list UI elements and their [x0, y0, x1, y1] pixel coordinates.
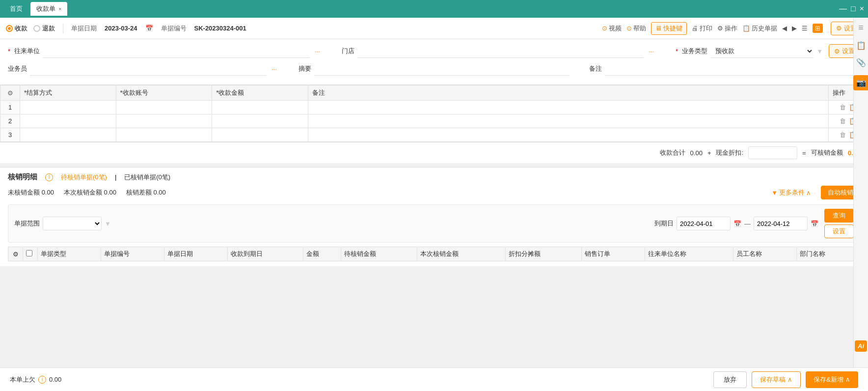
save-draft-button[interactable]: 保存草稿 ∧	[752, 371, 801, 388]
pending-tab[interactable]: 待核销单据(0笔)	[61, 173, 107, 182]
row-1-remark[interactable]	[308, 101, 828, 114]
tab-sep: |	[115, 173, 116, 181]
done-tab[interactable]: 已核销单据(0笔)	[124, 173, 170, 182]
footer-buttons: 放弃 保存草稿 ∧ 保存&新增 ∧	[713, 371, 858, 388]
close-window-icon[interactable]: ×	[860, 4, 864, 13]
toolbar: 收款 退款 单据日期 2023-03-24 📅 单据编号 SK-20230324…	[0, 18, 868, 39]
col-remark-header: 备注	[308, 85, 828, 101]
row-3-remark[interactable]	[308, 128, 828, 142]
right-panel-attach-icon[interactable]: 📎	[856, 58, 866, 67]
footer-info-icon[interactable]: i	[38, 376, 46, 384]
right-panel-list-icon[interactable]: ≡	[858, 23, 864, 33]
row-2-delete-icon[interactable]: 🗑	[840, 117, 846, 125]
business-type-select[interactable]: 预收款	[710, 44, 814, 58]
save-new-button[interactable]: 保存&新增 ∧	[806, 371, 858, 388]
salesperson-input[interactable]	[30, 62, 267, 76]
tab-home[interactable]: 首页	[4, 2, 28, 16]
form-row-2: 业务员 ··· 摘要 备注	[8, 62, 860, 76]
remark-label: 备注	[589, 64, 602, 73]
filter-settings-button[interactable]: 设置	[824, 224, 854, 238]
col-amount-header: *收款金额	[212, 85, 308, 101]
right-panel-doc-icon[interactable]: 📋	[856, 41, 866, 50]
date-calendar-to-icon[interactable]: 📅	[811, 220, 818, 227]
print-action[interactable]: 🖨 打印	[692, 24, 712, 33]
doc-date-calendar-icon[interactable]: 📅	[145, 25, 153, 32]
salesperson-label: 业务员	[8, 64, 27, 73]
business-type-label: 业务类型	[682, 47, 707, 56]
maximize-icon[interactable]: □	[851, 4, 856, 13]
discount-input[interactable]	[748, 146, 797, 159]
row-2-amount[interactable]	[212, 114, 308, 128]
partner-label: 往来单位	[14, 47, 40, 56]
operation-action[interactable]: ⚙ 操作	[717, 24, 737, 33]
tab-receipt[interactable]: 收款单 ×	[30, 2, 67, 16]
row-2-settlement[interactable]	[20, 114, 116, 128]
table-settings-icon[interactable]: ⚙	[0, 85, 20, 101]
doc-range-select[interactable]	[43, 217, 102, 230]
partner-input[interactable]	[43, 44, 310, 58]
radio-receipt[interactable]: 收款	[6, 24, 27, 33]
video-action[interactable]: ⊙ 视频	[602, 24, 622, 33]
total-label: 收款合计	[660, 148, 685, 157]
discard-button[interactable]: 放弃	[713, 371, 747, 388]
video-icon: ⊙	[602, 25, 607, 32]
due-date-from-input[interactable]	[677, 217, 731, 230]
table-row: 3 🗑 📋	[0, 128, 868, 142]
doc-range-field: 单据范围 ▼	[14, 217, 111, 230]
next-nav-icon[interactable]: ▶	[792, 25, 797, 32]
date-calendar-from-icon[interactable]: 📅	[733, 220, 741, 227]
form-settings-icon: ⚙	[834, 48, 840, 55]
view-mode-list-icon[interactable]: ☰	[802, 25, 808, 32]
radio-refund[interactable]: 退款	[33, 24, 55, 33]
due-date-field: 到期日 📅 — 📅	[654, 217, 818, 230]
row-3-delete-icon[interactable]: 🗑	[840, 131, 846, 139]
history-icon: 📋	[742, 25, 750, 32]
row-1-num: 1	[0, 101, 20, 114]
row-1-settlement[interactable]	[20, 101, 116, 114]
salesperson-field: 业务员 ···	[8, 62, 279, 76]
row-1-delete-icon[interactable]: 🗑	[840, 104, 846, 111]
row-1-account[interactable]	[116, 101, 212, 114]
row-1-amount[interactable]	[212, 101, 308, 114]
shortcut-action[interactable]: 🖥 快捷键	[651, 22, 687, 35]
remark-field: 备注	[589, 62, 860, 76]
store-label: 门店	[342, 47, 354, 56]
due-date-label: 到期日	[654, 219, 674, 228]
select-all-checkbox[interactable]	[26, 250, 32, 256]
ai-badge[interactable]: Ai	[855, 340, 867, 352]
query-button[interactable]: 查询	[824, 209, 854, 223]
help-icon: ⊙	[626, 25, 632, 32]
col-settings-cell[interactable]: ⚙	[8, 247, 23, 261]
table-row: 2 🗑 📋	[0, 114, 868, 128]
help-action[interactable]: ⊙ 帮助	[626, 24, 646, 33]
doc-date-value[interactable]: 2023-03-24	[105, 25, 137, 32]
main-form: * 往来单位 ··· 门店 ··· * 业务类型 预收款 ▼ ⚙ 设置 业务员 …	[0, 39, 868, 85]
more-conditions-btn[interactable]: ▼ 更多条件 ∧	[771, 188, 811, 197]
row-2-account[interactable]	[116, 114, 212, 128]
row-3-amount[interactable]	[212, 128, 308, 142]
due-date-to-input[interactable]	[754, 217, 808, 230]
tab-close-icon[interactable]: ×	[58, 6, 61, 12]
prev-nav-icon[interactable]: ◀	[782, 25, 787, 32]
row-3-account[interactable]	[116, 128, 212, 142]
partner-more-icon[interactable]: ···	[313, 48, 322, 55]
row-3-settlement[interactable]	[20, 128, 116, 142]
divider-1	[63, 24, 63, 33]
radio-refund-label: 退款	[42, 24, 55, 33]
filter-icon: ▼	[771, 189, 778, 196]
store-more-icon[interactable]: ···	[647, 48, 656, 55]
row-2-remark[interactable]	[308, 114, 828, 128]
col-check-header	[23, 247, 38, 261]
salesperson-more-icon[interactable]: ···	[270, 65, 279, 73]
store-input[interactable]	[357, 44, 644, 58]
summary-input[interactable]	[314, 62, 570, 76]
remark-input[interactable]	[605, 62, 860, 76]
minimize-icon[interactable]: —	[839, 4, 847, 13]
right-panel-camera-icon[interactable]: 📷	[853, 75, 868, 90]
footer-info: 本单上欠 i 0.00	[10, 375, 61, 384]
view-mode-grid-icon[interactable]: ⊞	[813, 24, 823, 33]
history-action[interactable]: 📋 历史单据	[742, 24, 777, 33]
hexiao-info-icon[interactable]: i	[45, 173, 53, 181]
business-type-field: * 业务类型 预收款 ▼	[676, 44, 823, 58]
operation-icon: ⚙	[717, 25, 723, 32]
